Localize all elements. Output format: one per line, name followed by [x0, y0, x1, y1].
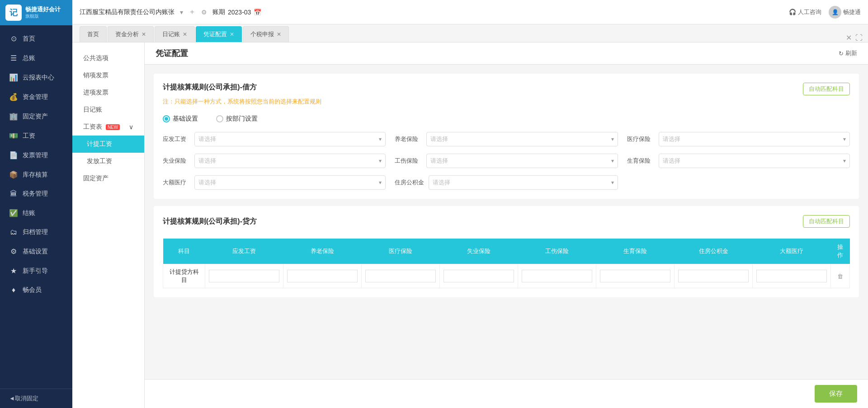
- refresh-button[interactable]: ↻ 刷新: [839, 49, 857, 57]
- yiliao-label: 医疗保险: [627, 135, 654, 143]
- cell-gongshang[interactable]: [518, 264, 596, 288]
- input-shengyu[interactable]: [600, 270, 670, 282]
- sidebar-item-label: 归档管理: [23, 228, 48, 236]
- sec-item-sales[interactable]: 销项发票: [72, 67, 144, 84]
- tab-funds[interactable]: 资金分析 ✕: [108, 26, 154, 42]
- secondary-sidebar: 公共选项 销项发票 进项发票 日记账 工资表 NEW ∨ 计提工资: [72, 42, 145, 408]
- sidebar-item-guide[interactable]: ★ 新手引导: [0, 261, 72, 281]
- service-button[interactable]: 🎧 人工咨询: [789, 8, 821, 16]
- calendar-icon[interactable]: 📅: [254, 9, 261, 16]
- company-chevron-icon[interactable]: ▾: [180, 9, 183, 16]
- input-yingfa[interactable]: [209, 270, 279, 282]
- tab-tax[interactable]: 个税申报 ✕: [243, 26, 289, 42]
- sidebar-item-label: 基础设置: [23, 248, 48, 256]
- user-label: 畅捷通: [843, 8, 861, 16]
- credit-section-title: 计提核算规则(公司承担)-贷方: [163, 217, 257, 226]
- sec-item-fixed-assets[interactable]: 固定资产: [72, 170, 144, 187]
- col-shengyu: 生育保险: [596, 239, 675, 264]
- tab-voucher[interactable]: 凭证配置 ✕: [196, 26, 242, 42]
- input-dayi[interactable]: [756, 270, 827, 282]
- sec-item-public[interactable]: 公共选项: [72, 50, 144, 67]
- delete-icon[interactable]: 🗑: [837, 273, 843, 280]
- sidebar-item-label: 固定资产: [23, 113, 48, 121]
- cell-zhufang[interactable]: [675, 264, 753, 288]
- sec-item-purchase[interactable]: 进项发票: [72, 84, 144, 101]
- sidebar-item-checkout[interactable]: ✅ 结账: [0, 203, 72, 223]
- col-operation: 操作: [831, 239, 850, 264]
- shiye-select[interactable]: 请选择 ▾: [194, 154, 386, 168]
- sidebar-item-funds[interactable]: 💰 资金管理: [0, 87, 72, 107]
- input-zhufang[interactable]: [678, 270, 749, 282]
- input-gongshang[interactable]: [522, 270, 592, 282]
- cell-shengyu[interactable]: [596, 264, 675, 288]
- cell-shiye[interactable]: [440, 264, 518, 288]
- user-menu[interactable]: 👤 畅捷通: [829, 6, 861, 19]
- sidebar-item-reports[interactable]: 📊 云报表中心: [0, 68, 72, 87]
- sidebar-item-salary[interactable]: 💵 工资: [0, 126, 72, 145]
- sidebar-item-home[interactable]: ⊙ 首页: [0, 29, 72, 48]
- gongshang-select[interactable]: 请选择 ▾: [426, 154, 618, 168]
- field-shengyu: 生育保险 请选择 ▾: [627, 154, 850, 168]
- sidebar-nav: ⊙ 首页 ☰ 总账 📊 云报表中心 💰 资金管理 🏢 固定资产 💵 工资 📄 发…: [0, 25, 72, 389]
- cell-dayi[interactable]: [753, 264, 831, 288]
- cell-yiliao[interactable]: [362, 264, 440, 288]
- tab-actions: ✕ ⛶: [846, 33, 868, 42]
- radio-department[interactable]: 按部门设置: [216, 115, 258, 123]
- settings-gear-icon[interactable]: ⚙: [201, 9, 207, 16]
- sec-item-journal[interactable]: 日记账: [72, 101, 144, 118]
- yiliao-select[interactable]: 请选择 ▾: [659, 132, 850, 146]
- col-shiye: 失业保险: [440, 239, 518, 264]
- input-yiliao[interactable]: [365, 270, 436, 282]
- close-voucher-icon[interactable]: ✕: [230, 31, 234, 38]
- col-subject: 科目: [163, 239, 205, 264]
- field-yiliao: 医疗保险 请选择 ▾: [627, 132, 850, 146]
- input-yanglao[interactable]: [287, 270, 358, 282]
- sidebar-item-settings[interactable]: ⚙ 基础设置: [0, 242, 72, 261]
- reports-icon: 📊: [9, 73, 18, 82]
- tab-home[interactable]: 首页: [80, 26, 107, 42]
- tab-journal[interactable]: 日记账 ✕: [155, 26, 195, 42]
- maximize-icon[interactable]: ⛶: [855, 34, 863, 42]
- yanglao-select[interactable]: 请选择 ▾: [426, 132, 618, 146]
- radio-group: 基础设置 按部门设置: [163, 115, 850, 123]
- sidebar-item-archive[interactable]: 🗂 归档管理: [0, 223, 72, 242]
- radio-basic[interactable]: 基础设置: [163, 115, 198, 123]
- cell-yingfa[interactable]: [205, 264, 283, 288]
- sidebar-item-assets[interactable]: 🏢 固定资产: [0, 107, 72, 126]
- sidebar-item-tax[interactable]: 🏛 税务管理: [0, 184, 72, 203]
- debit-section-title: 计提核算规则(公司承担)-借方: [163, 83, 321, 92]
- input-shiye[interactable]: [443, 270, 514, 282]
- credit-auto-match-button[interactable]: 自动匹配科目: [803, 215, 850, 228]
- zhufang-select[interactable]: 请选择 ▾: [429, 175, 618, 190]
- add-account-button[interactable]: ＋: [189, 7, 196, 17]
- cancel-fixed-button[interactable]: ◄取消固定: [0, 389, 72, 408]
- sidebar-item-inventory[interactable]: 📦 库存核算: [0, 165, 72, 184]
- debit-auto-match-button[interactable]: 自动匹配科目: [803, 83, 850, 95]
- sec-sub-item-pay-salary[interactable]: 发放工资: [72, 153, 144, 170]
- save-button[interactable]: 保存: [815, 385, 857, 403]
- col-dayi: 大额医疗: [753, 239, 831, 264]
- sec-sub-item-advance-salary[interactable]: 计提工资: [72, 136, 144, 153]
- main-area: 江西服宝精品有限责任公司内账张 ▾ ＋ ⚙ 账期 2023-03 📅 🎧 人工咨…: [72, 0, 868, 408]
- sidebar-item-label: 畅会员: [23, 286, 42, 294]
- close-journal-icon[interactable]: ✕: [183, 31, 187, 38]
- close-funds-icon[interactable]: ✕: [142, 31, 146, 38]
- service-label: 人工咨询: [798, 8, 821, 16]
- yanglao-label: 养老保险: [395, 135, 422, 143]
- close-tax-icon[interactable]: ✕: [277, 31, 281, 38]
- sidebar-item-member[interactable]: ♦ 畅会员: [0, 281, 72, 300]
- cell-yanglao[interactable]: [283, 264, 362, 288]
- dayi-select[interactable]: 请选择 ▾: [194, 175, 386, 190]
- sidebar-item-label: 发票管理: [23, 151, 48, 159]
- yingfa-select[interactable]: 请选择 ▾: [194, 132, 386, 146]
- new-badge: NEW: [106, 124, 120, 130]
- shengyu-select[interactable]: 请选择 ▾: [659, 154, 850, 168]
- sec-group-salary-table[interactable]: 工资表 NEW ∨: [72, 118, 144, 136]
- sidebar-item-ledger[interactable]: ☰ 总账: [0, 48, 72, 68]
- member-icon: ♦: [9, 286, 18, 294]
- salary-icon: 💵: [9, 131, 18, 140]
- sidebar-item-invoices[interactable]: 📄 发票管理: [0, 145, 72, 165]
- row-label: 计提贷方科目: [163, 264, 205, 288]
- cell-operation[interactable]: 🗑: [831, 264, 850, 288]
- close-window-icon[interactable]: ✕: [846, 33, 852, 42]
